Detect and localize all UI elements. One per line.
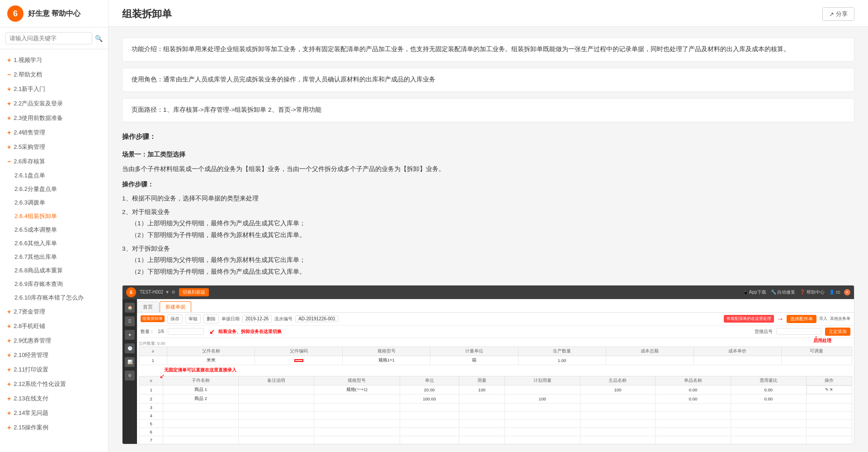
sidebar-item-stock-query[interactable]: 2.6.9库存账本查询	[0, 277, 108, 291]
role-block: 使用角色：通常由生产人员或库管人员完成拆装业务的操作，库管人员确认原材料的出库和…	[122, 68, 854, 92]
sidebar-item-adjust[interactable]: 2.6.3调拨单	[0, 196, 108, 209]
mock-processing-badge: 有装配清单的在这里处理	[724, 315, 774, 323]
mock-home-icon[interactable]: 🏠	[125, 303, 135, 313]
steps-section: 操作步骤： 场景一：加工类型选择 当由多个子件材料组装成一个成品的业务为【组装】…	[122, 130, 854, 278]
sidebar-item-inventory[interactable]: −2.6库存核算	[0, 154, 108, 169]
mock-chart-icon[interactable]: 📊	[125, 357, 135, 367]
mock-close-btn[interactable]: ×	[844, 289, 850, 295]
sidebar-prefix-videos: +	[7, 57, 11, 64]
sidebar-item-other-out[interactable]: 2.6.7其他出库单	[0, 250, 108, 264]
mock-qty-label: 数量：	[141, 328, 154, 335]
mock-lcol-main: 主品名称	[580, 376, 656, 385]
sidebar-prefix-print: +	[7, 366, 11, 373]
mock-highlighted-cell	[294, 359, 303, 362]
sidebar-item-print[interactable]: +2.11打印设置	[0, 362, 108, 377]
mock-lcol-sub: 单品名称	[656, 376, 731, 385]
mock-lcell-1-spec: 规格(一+1)	[314, 385, 400, 394]
mock-tab-new[interactable]: 新建单据	[160, 301, 191, 312]
mock-date-label: 单据日期	[222, 316, 240, 322]
sidebar-item-pay[interactable]: +2.13在线支付	[0, 391, 108, 406]
share-icon: ↗	[829, 11, 834, 18]
mock-arrow-right: →	[777, 315, 784, 323]
sidebar-item-stock-error[interactable]: 2.6.10库存账本错了怎么办	[0, 291, 108, 305]
mock-audit-btn[interactable]: 审核	[185, 314, 201, 324]
sidebar-item-docs[interactable]: −2.帮助文档	[0, 67, 108, 82]
mock-save-btn[interactable]: 保存	[167, 314, 183, 324]
sidebar-item-count[interactable]: 2.6.1盘点单	[0, 169, 108, 182]
sidebar-item-ops[interactable]: +2.10经营管理	[0, 348, 108, 362]
sidebar-item-cost-calc[interactable]: 2.6.8商品成本重算	[0, 264, 108, 277]
sidebar-label-docs: 2.帮助文档	[14, 71, 42, 79]
mock-lcol-name: 子件名称	[163, 376, 239, 385]
search-input[interactable]	[5, 32, 92, 44]
app-logo: 6	[7, 5, 24, 22]
mock-upper-cell-unit: 箱	[430, 356, 518, 365]
sidebar-label-newbie: 2.1新手入门	[14, 85, 45, 93]
mock-lcell-1-usage: 100	[459, 385, 505, 394]
sidebar-item-videos[interactable]: +1.视频学习	[0, 53, 108, 67]
mock-no-fixed-label: 无固定清单可以直接在这里直接录入	[164, 367, 236, 373]
mock-choose-btn[interactable]: 选择配件单	[787, 315, 816, 323]
share-button[interactable]: ↗ 分享	[822, 7, 854, 21]
sidebar-item-custom[interactable]: +2.12系统个性化设置	[0, 377, 108, 391]
mock-col-avail: 可调量	[781, 347, 852, 356]
sidebar-label-finance: 2.7资金管理	[14, 308, 45, 316]
search-button[interactable]: 🔍	[95, 35, 103, 42]
mock-company-name: TEST-H002	[140, 290, 163, 295]
mock-lcol-note: 备注说明	[238, 376, 314, 385]
mock-gear-icon[interactable]: ⚙	[125, 371, 135, 381]
mock-toolbar-area: 组装拆卸单 保存 审核 删除 单据日期 2019-12-26 流水编号 AD-2…	[137, 313, 854, 338]
mock-col-name: 父件名称	[167, 347, 255, 356]
sidebar-item-prepare[interactable]: +2.3使用前数据准备	[0, 111, 108, 125]
sidebar-prefix-install: +	[7, 100, 11, 107]
sidebar-item-install[interactable]: +2.2产品安装及登录	[0, 96, 108, 111]
mock-lower-row-7: 7	[139, 436, 852, 444]
mock-lcell-1-op: ✎✕	[807, 385, 852, 394]
mock-search-label: 货搜品号	[755, 328, 773, 335]
sidebar-label-mobile: 2.8手机旺铺	[14, 322, 45, 330]
sidebar-item-other-in[interactable]: 2.6.6其他入库单	[0, 237, 108, 250]
mock-icon-help: ❓ 帮助中心	[800, 289, 825, 295]
mock-confirm-btn[interactable]: 立定添加	[825, 328, 850, 336]
sidebar-label-pay: 2.13在线支付	[14, 395, 48, 403]
mock-tab-home[interactable]: 首页	[137, 301, 159, 312]
mock-extra-btn2[interactable]: 其他业务单	[830, 316, 850, 322]
sidebar-item-cases[interactable]: +2.15操作案例	[0, 420, 108, 435]
scene1-title: 场景一：加工类型选择	[122, 148, 854, 161]
sidebar-item-faq[interactable]: +2.14常见问题	[0, 406, 108, 420]
mock-star-icon[interactable]: ★	[125, 330, 135, 340]
sidebar-item-coupon[interactable]: +2.9优惠券管理	[0, 333, 108, 348]
sidebar-item-cost-adjust[interactable]: 2.6.5成本调整单	[0, 223, 108, 237]
mock-lower-row-3: 3	[139, 403, 852, 411]
sidebar-item-split-count[interactable]: 2.6.2分量盘点单	[0, 182, 108, 196]
sidebar-item-assembly[interactable]: 2.6.4组装拆卸单	[0, 209, 108, 223]
sidebar-item-finance[interactable]: +2.7资金管理	[0, 305, 108, 319]
mock-company: TEST-H002 ▼ ⚙	[140, 290, 175, 295]
mock-delete-icon[interactable]: ✕	[830, 387, 833, 392]
sidebar-item-mobile[interactable]: +2.8手机旺铺	[0, 319, 108, 333]
mock-lower-table-area: # 子件名称 备注说明 规格型号 单位 用量 计划用量 主品名称 单品名称	[137, 366, 854, 444]
sidebar-item-newbie[interactable]: +2.1新手入门	[0, 82, 108, 96]
mock-clock-icon[interactable]: 🕐	[125, 343, 135, 353]
mock-menu-icon[interactable]: ☰	[125, 316, 135, 326]
mock-lcell-1-ratio: 0.00	[731, 385, 806, 394]
sidebar-label-cases: 2.15操作案例	[14, 423, 48, 432]
step3-2: （2）下部明细为子件明细，最终作为产成品生成其它入库单。	[122, 266, 854, 278]
mock-new-version-btn[interactable]: 切换到新版	[179, 288, 209, 296]
sidebar-prefix-inventory: −	[7, 158, 11, 165]
sidebar-prefix-faq: +	[7, 409, 11, 417]
mock-extra-btn1[interactable]: 导入	[819, 316, 827, 322]
mock-edit-icon[interactable]: ✎	[825, 387, 829, 392]
mock-search-input[interactable]	[168, 328, 204, 335]
mock-lower-table: # 子件名称 备注说明 规格型号 单位 用量 计划用量 主品名称 单品名称	[139, 376, 852, 444]
sidebar-label-prepare: 2.3使用前数据准备	[14, 114, 63, 122]
sidebar-item-sales[interactable]: +2.4销售管理	[0, 125, 108, 140]
mock-upper-cell-spec: 规格1+1	[343, 356, 430, 365]
sidebar-item-purchase[interactable]: +2.5采购管理	[0, 140, 108, 154]
mock-delete-btn[interactable]: 删除	[203, 314, 219, 324]
mock-date-value: 2019-12-26	[242, 315, 272, 322]
sidebar-label-faq: 2.14常见问题	[14, 409, 48, 417]
mock-docno-value: AD-20191226-001	[295, 315, 339, 322]
mock-app-bar: 6 TEST-H002 ▼ ⚙ 切换到新版 📱 App下载 🔧 自动修复 ❓ 帮…	[123, 285, 854, 299]
mock-screen: 6 TEST-H002 ▼ ⚙ 切换到新版 📱 App下载 🔧 自动修复 ❓ 帮…	[123, 285, 854, 444]
